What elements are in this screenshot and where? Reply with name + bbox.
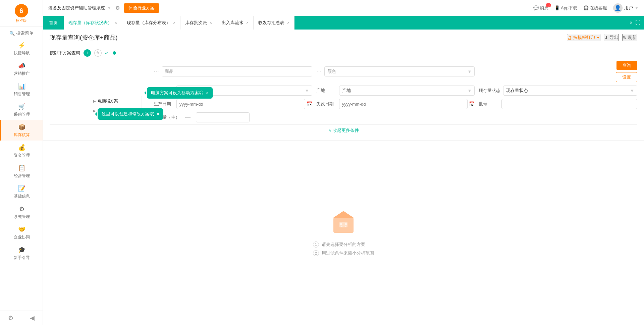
app-download-button[interactable]: 📱 App下载 xyxy=(554,5,577,11)
filter-field-produce-date: 生产日期 📅 xyxy=(154,99,312,109)
field-color-select[interactable]: 颜色 ▼ xyxy=(324,66,475,76)
tip-num-1: 1 xyxy=(313,241,319,248)
tab-inventory-dist[interactable]: 现存量（库存分布表） × xyxy=(122,16,180,30)
origin-label: 产地 xyxy=(316,88,336,94)
user-chevron-icon: ▼ xyxy=(635,6,639,10)
stock-input[interactable] xyxy=(196,112,250,122)
sidebar-item-inventory[interactable]: 📦 库存核算 xyxy=(0,120,43,141)
sidebar-bottom: ⚙ ◀ xyxy=(0,311,43,325)
field-dots-icon2: ⋯ xyxy=(316,68,322,75)
tab-summary[interactable]: 收发存汇总表 × xyxy=(254,16,294,30)
sidebar-item-label: 经营管理 xyxy=(14,173,30,179)
filter-top-row: 按以下方案查询 + ✎ « xyxy=(50,49,637,57)
scheme-item-pc[interactable]: ▶ 电脑端方案 xyxy=(90,96,142,106)
export-button[interactable]: ⬇ 导出 xyxy=(604,34,619,41)
topbar: 装备及固定资产辅助管理系统 ▼ ⚙ 体验行业方案 💬 消息 6 📱 App下载 … xyxy=(43,0,644,16)
field-goods-select[interactable]: 商品 xyxy=(162,66,312,76)
sidebar-item-quick-nav[interactable]: ⚡ 快捷导航 xyxy=(0,38,43,59)
filter-label: 按以下方案查询 xyxy=(50,50,80,56)
tab-close-icon[interactable]: × xyxy=(115,20,117,25)
origin-field-label: 产地 xyxy=(342,88,351,94)
batch-input[interactable] xyxy=(501,99,637,109)
field-status-select[interactable]: 现存量状态 ▼ xyxy=(503,86,637,96)
sidebar-item-sales[interactable]: 📊 销售管理 xyxy=(0,79,43,100)
produce-date-icon[interactable]: 📅 xyxy=(307,101,312,107)
system-name: 装备及固定资产辅助管理系统 xyxy=(48,5,105,11)
online-service-button[interactable]: 🎧 在线客服 xyxy=(583,5,607,11)
sidebar-item-system[interactable]: ⚙ 系统管理 xyxy=(0,202,43,222)
sidebar-item-marketing[interactable]: 📣 营销推广 xyxy=(0,59,43,79)
tooltip-pc-close[interactable]: × xyxy=(206,90,209,96)
template-chevron-icon: ▼ xyxy=(596,36,600,40)
sidebar-item-label: 快捷导航 xyxy=(14,50,30,56)
sidebar-item-guide[interactable]: 🎓 新手引导 xyxy=(0,243,43,263)
template-print-button[interactable]: 🖨 按模板打印 ▼ xyxy=(567,34,600,41)
filter-back-button[interactable]: « xyxy=(105,50,108,56)
filter-fields-area: ⋯ 商品 ⋯ 颜色 ▼ 查询 设置 xyxy=(154,61,637,122)
stock-range-separator: — xyxy=(182,114,193,120)
tab-close-icon[interactable]: × xyxy=(287,20,289,25)
filter-area: 按以下方案查询 + ✎ « ▶ 电脑端方案 ▶ 移动端方案 xyxy=(43,45,644,140)
tooltip-create-close[interactable]: × xyxy=(157,111,159,117)
field-goods-label: 商品 xyxy=(165,68,173,74)
expire-date-group: 📅 xyxy=(339,99,475,109)
sidebar-item-purchase[interactable]: 🛒 采购管理 xyxy=(0,100,43,120)
tab-close-icon[interactable]: × xyxy=(173,20,175,25)
origin-chevron-icon: ▼ xyxy=(467,88,472,93)
tab-close-all-icon[interactable]: × xyxy=(630,20,633,26)
tab-fullscreen-icon[interactable]: ⛶ xyxy=(635,20,641,26)
topbar-right: 💬 消息 6 📱 App下载 🎧 在线客服 👤 用户 ▼ xyxy=(533,3,639,13)
topbar-gear-icon[interactable]: ⚙ xyxy=(115,5,120,11)
expire-date-icon[interactable]: 📅 xyxy=(469,101,475,107)
filter-row-2: 尺码 尺码 ▼ 产地 产地 ▼ 现存量状态 xyxy=(154,86,637,96)
tab-home[interactable]: 首页 xyxy=(43,16,64,30)
sidebar-item-basic[interactable]: 📝 基础信息 xyxy=(0,181,43,202)
empty-tip-2: 2 用过滤条件来缩小分析范围 xyxy=(313,250,374,256)
collapse-button[interactable]: ∧ 收起更多条件 xyxy=(50,124,637,136)
message-button[interactable]: 💬 消息 6 xyxy=(533,5,548,11)
filter-add-button[interactable]: + xyxy=(84,49,91,57)
field-color-label: 颜色 xyxy=(327,68,336,74)
collapse-sidebar-btn[interactable]: ◀ xyxy=(30,314,35,322)
tooltip-create-text: 这里可以创建和修改方案哦 xyxy=(102,111,154,117)
search-menu[interactable]: 🔍 搜索菜单 xyxy=(0,27,43,38)
sidebar-item-operations[interactable]: 📋 经营管理 xyxy=(0,161,43,181)
tab-close-icon[interactable]: × xyxy=(210,20,212,25)
user-menu[interactable]: 👤 用户 ▼ xyxy=(613,3,639,13)
scheme-arrow-icon: ▶ xyxy=(93,99,96,103)
message-icon: 💬 xyxy=(533,5,539,10)
tab-label: 库存批次账 xyxy=(185,20,207,26)
template-print-label: 按模板打印 xyxy=(573,35,595,41)
filter-field-empty2: ⋯ 颜色 ▼ xyxy=(316,66,475,76)
scheme-indicator xyxy=(111,51,116,55)
filter-edit-button[interactable]: ✎ xyxy=(94,49,102,57)
sidebar-item-enterprise[interactable]: 🤝 企业协同 xyxy=(0,222,43,243)
scheme-pc-label: 电脑端方案 xyxy=(98,98,118,104)
refresh-button[interactable]: ↻ 刷新 xyxy=(622,34,637,41)
produce-date-group: 📅 xyxy=(176,99,312,109)
batch-label: 批号 xyxy=(479,101,499,107)
status-label: 现存量状态 xyxy=(479,88,500,94)
field-origin-select[interactable]: 产地 ▼ xyxy=(339,86,475,96)
tab-inout[interactable]: 出入库流水 × xyxy=(217,16,254,30)
set-button[interactable]: 设置 xyxy=(616,72,637,82)
settings-btn[interactable]: ⚙ xyxy=(8,314,13,322)
operations-icon: 📋 xyxy=(18,164,25,172)
collapse-icon: ∧ xyxy=(328,128,332,133)
phone-icon: 📱 xyxy=(554,5,560,10)
filter-field-stock: 现存量（主） — xyxy=(154,112,313,122)
tip-text-2: 用过滤条件来缩小分析范围 xyxy=(322,250,374,256)
query-button[interactable]: 查询 xyxy=(616,61,637,70)
produce-date-start[interactable] xyxy=(176,99,305,109)
trial-button[interactable]: 体验行业方案 xyxy=(124,3,159,13)
tip-num-2: 2 xyxy=(313,250,319,256)
filter-field-empty1: ⋯ 商品 xyxy=(154,66,312,76)
user-name: 用户 xyxy=(624,5,633,11)
expire-date-start[interactable] xyxy=(339,99,468,109)
svg-point-4 xyxy=(345,223,347,225)
tab-inventory-status[interactable]: 现存量（库存状况表） × xyxy=(64,16,122,30)
tab-close-icon[interactable]: × xyxy=(246,20,249,25)
sidebar-item-finance[interactable]: 💰 资金管理 xyxy=(0,141,43,161)
collapse-label: 收起更多条件 xyxy=(333,128,359,133)
tab-batch[interactable]: 库存批次账 × xyxy=(180,16,217,30)
